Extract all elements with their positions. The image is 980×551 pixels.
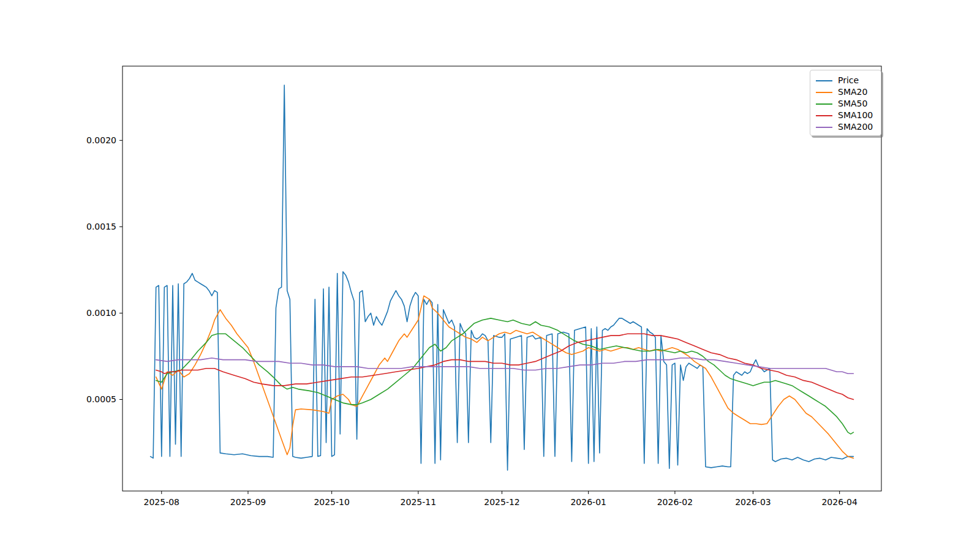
legend-label-sma100: SMA100 bbox=[838, 110, 873, 121]
price-line-swatch bbox=[816, 80, 832, 81]
legend-item-sma20: SMA20 bbox=[816, 86, 875, 98]
legend: Price SMA20 SMA50 SMA100 SMA200 bbox=[810, 70, 881, 136]
legend-label-sma200: SMA200 bbox=[838, 121, 873, 133]
legend-label-sma50: SMA50 bbox=[838, 98, 867, 110]
y-axis-tick-label: 0.0015 bbox=[86, 222, 116, 231]
x-axis-tick-label: 2025-08 bbox=[144, 497, 180, 507]
legend-label-sma20: SMA20 bbox=[838, 86, 867, 98]
legend-item-sma200: SMA200 bbox=[816, 121, 875, 133]
x-axis-tick-label: 2026-03 bbox=[735, 497, 771, 507]
sma50-line-swatch bbox=[816, 103, 832, 105]
x-axis-tick-label: 2026-01 bbox=[570, 497, 606, 507]
x-axis-tick-label: 2026-02 bbox=[657, 497, 693, 507]
x-axis-tick-label: 2025-09 bbox=[230, 497, 266, 507]
x-axis-tick-label: 2025-10 bbox=[314, 497, 350, 507]
sma100-line-swatch bbox=[816, 115, 832, 116]
sma200-line-swatch bbox=[816, 127, 832, 128]
legend-item-sma100: SMA100 bbox=[816, 110, 875, 121]
x-axis-tick-label: 2025-11 bbox=[401, 497, 437, 507]
x-axis-tick-label: 2025-12 bbox=[484, 497, 520, 507]
legend-label-price: Price bbox=[838, 75, 859, 86]
legend-item-sma50: SMA50 bbox=[816, 98, 875, 110]
y-axis-tick-label: 0.0020 bbox=[86, 135, 116, 145]
y-axis-tick-label: 0.0010 bbox=[86, 308, 116, 318]
x-axis-tick-label: 2026-04 bbox=[821, 497, 858, 507]
matplotlib-figure: 2025-082025-092025-102025-112025-122026-… bbox=[0, 0, 980, 551]
plot-area bbox=[123, 66, 881, 491]
y-axis-tick-label: 0.0005 bbox=[86, 394, 116, 404]
sma20-line-swatch bbox=[816, 92, 832, 93]
legend-item-price: Price bbox=[816, 75, 875, 86]
